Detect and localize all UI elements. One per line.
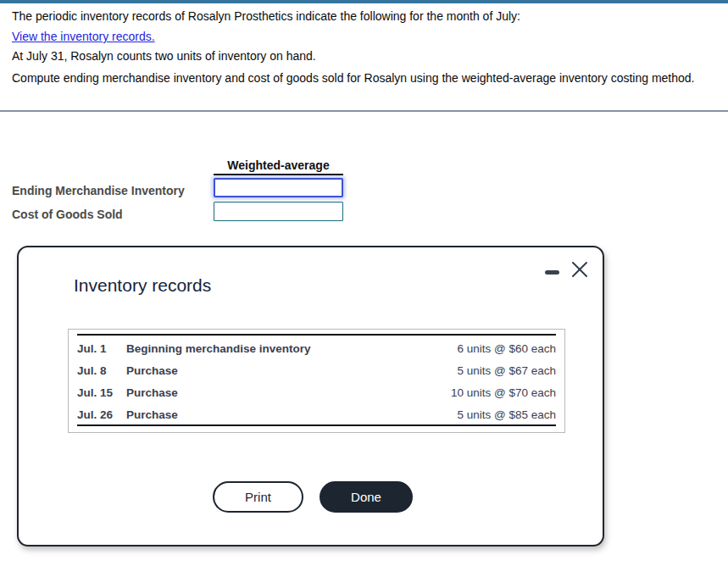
- row-detail: 10 units @ $70 each: [451, 386, 556, 399]
- section-divider: [0, 110, 728, 112]
- cost-of-goods-sold-label: Cost of Goods Sold: [12, 208, 123, 221]
- row-date: Jul. 15: [77, 386, 126, 399]
- done-button[interactable]: Done: [320, 481, 413, 513]
- print-button[interactable]: Print: [213, 481, 303, 513]
- row-description: Beginning merchandise inventory: [126, 342, 457, 355]
- cost-of-goods-sold-input[interactable]: [214, 202, 343, 221]
- view-inventory-records-link[interactable]: View the inventory records.: [12, 30, 155, 43]
- problem-statement-line3: Compute ending merchandise inventory and…: [12, 71, 694, 85]
- table-row: Jul. 15 Purchase 10 units @ $70 each: [77, 381, 556, 403]
- inventory-records-dialog: Inventory records Jul. 1 Beginning merch…: [17, 246, 604, 546]
- ending-merchandise-inventory-label: Ending Merchandise Inventory: [12, 184, 185, 197]
- row-date: Jul. 26: [77, 408, 126, 421]
- row-detail: 5 units @ $85 each: [457, 408, 556, 421]
- row-detail: 5 units @ $67 each: [457, 364, 556, 377]
- row-detail: 6 units @ $60 each: [457, 342, 556, 355]
- top-accent-bar: [0, 0, 728, 3]
- row-description: Purchase: [126, 364, 457, 377]
- row-description: Purchase: [126, 408, 457, 421]
- screen: The periodic inventory records of Rosaly…: [0, 0, 728, 577]
- problem-statement-line1: The periodic inventory records of Rosaly…: [12, 9, 520, 23]
- ending-merchandise-inventory-input[interactable]: [214, 178, 343, 197]
- inventory-records-table: Jul. 1 Beginning merchandise inventory 6…: [68, 329, 565, 433]
- table-row: Jul. 1 Beginning merchandise inventory 6…: [77, 337, 556, 359]
- row-date: Jul. 1: [77, 342, 126, 355]
- weighted-average-column-header: Weighted-average: [214, 158, 343, 172]
- row-date: Jul. 8: [77, 364, 126, 377]
- problem-statement-line2: At July 31, Rosalyn counts two units of …: [12, 49, 316, 63]
- row-description: Purchase: [126, 386, 451, 399]
- table-row: Jul. 26 Purchase 5 units @ $85 each: [77, 403, 556, 425]
- close-icon[interactable]: [569, 258, 591, 280]
- minimize-icon[interactable]: [545, 270, 559, 275]
- table-row: Jul. 8 Purchase 5 units @ $67 each: [77, 359, 556, 381]
- column-header-underline: [214, 174, 343, 175]
- dialog-title: Inventory records: [74, 275, 211, 296]
- inventory-records-table-body: Jul. 1 Beginning merchandise inventory 6…: [77, 334, 556, 426]
